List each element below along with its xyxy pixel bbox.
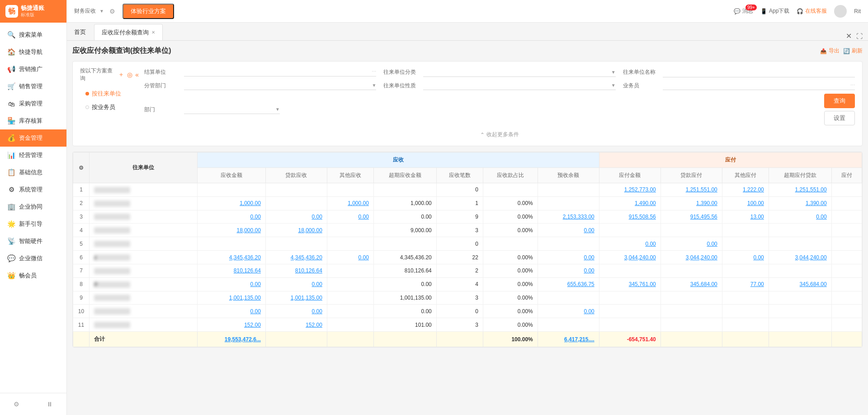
table-cell[interactable]: 0.00 (722, 251, 769, 264)
table-cell[interactable]: 100.00 (722, 196, 769, 210)
settings-gear-icon[interactable]: ⚙ (109, 8, 115, 15)
table-cell[interactable]: 0.00 (197, 277, 265, 291)
table-cell[interactable]: 1,001,135.00 (197, 291, 265, 305)
query-button[interactable]: 查询 (824, 94, 855, 108)
footer-receivable-amount[interactable]: 19,553,472,6... (197, 332, 265, 347)
settings-bottom-icon[interactable]: ⚙ (11, 398, 22, 410)
tab-query[interactable]: 应收应付余额查询 ✕ (94, 24, 163, 40)
table-cell[interactable]: 0.00 (327, 210, 373, 224)
table-cell[interactable]: 0.00 (769, 210, 831, 224)
sidebar-item-wechat[interactable]: 💬 企业微信 (0, 250, 66, 267)
table-cell[interactable]: 152.00 (265, 318, 327, 332)
promo-button[interactable]: 体验行业方案 (123, 4, 174, 19)
table-cell[interactable]: 4,345,436.20 (265, 251, 327, 264)
sidebar-item-sales[interactable]: 🛒 销售管理 (0, 78, 66, 95)
table-cell[interactable]: 3,044,240.00 (769, 251, 831, 264)
table-cell[interactable]: 3,044,240.00 (599, 251, 660, 264)
table-cell[interactable]: 1,000.00 (327, 196, 373, 210)
table-cell[interactable]: 152.00 (197, 318, 265, 332)
table-cell[interactable]: 1,251,551.00 (769, 183, 831, 197)
user-avatar[interactable] (834, 5, 847, 18)
table-cell[interactable]: 810,126.64 (197, 264, 265, 277)
sidebar-item-enterprise[interactable]: 🏢 企业协同 (0, 198, 66, 215)
username-label[interactable]: Rit (854, 8, 861, 14)
table-cell[interactable]: 2,153,333.00 (538, 210, 599, 224)
table-cell[interactable]: 1,222.00 (722, 183, 769, 197)
sidebar-item-system[interactable]: ⚙ 系统管理 (0, 181, 66, 198)
tab-home[interactable]: 首页 (67, 24, 93, 40)
table-cell (831, 305, 862, 318)
table-cell[interactable]: 345,761.00 (599, 277, 660, 291)
table-cell[interactable]: 18,000.00 (197, 224, 265, 237)
sidebar-item-search[interactable]: 🔍 搜索菜单 (0, 26, 66, 43)
table-cell[interactable]: 915,495.56 (660, 210, 722, 224)
online-service-button[interactable]: 🎧 在线客服 (797, 7, 827, 15)
table-cell[interactable]: 0.00 (197, 305, 265, 318)
unit-category-select[interactable]: ▼ (423, 68, 615, 77)
unit-nature-select[interactable]: ▼ (423, 81, 615, 90)
table-cell[interactable]: 77.00 (722, 277, 769, 291)
sidebar-item-hardware[interactable]: 📡 智能硬件 (0, 233, 66, 250)
tab-maximize-icon[interactable]: ⛶ (856, 33, 863, 40)
sidebar-item-operation[interactable]: 📊 经营管理 (0, 147, 66, 164)
dept2-select[interactable]: ▼ (184, 105, 280, 114)
table-cell[interactable]: 0.00 (538, 264, 599, 277)
table-cell[interactable]: 0.00 (599, 237, 660, 251)
table-cell[interactable]: 655,636.75 (538, 277, 599, 291)
table-cell[interactable]: 0.00 (197, 210, 265, 224)
table-cell[interactable]: 345,684.00 (660, 277, 722, 291)
table-cell[interactable]: 0.00 (265, 305, 327, 318)
table-cell[interactable]: 3,044,240.00 (660, 251, 722, 264)
breadcrumb-dropdown-icon[interactable]: ▼ (99, 9, 104, 14)
table-cell[interactable]: 0.00 (538, 251, 599, 264)
table-cell[interactable]: 0.00 (327, 251, 373, 264)
table-cell[interactable]: 1,490.00 (599, 196, 660, 210)
nav-by-partner[interactable]: 按往来单位 (80, 87, 139, 100)
gear-settings-icon[interactable]: ⚙ (79, 165, 84, 171)
table-cell[interactable]: 1,390.00 (660, 196, 722, 210)
collapse-sidebar-icon[interactable]: ⏸ (44, 398, 56, 410)
table-cell[interactable]: 345,684.00 (769, 277, 831, 291)
app-download-button[interactable]: 📱 App下载 (760, 7, 789, 15)
table-cell[interactable]: 13.00 (722, 210, 769, 224)
table-cell[interactable]: 0.00 (660, 237, 722, 251)
table-cell[interactable]: 1,251,551.00 (660, 183, 722, 197)
nav-by-salesman[interactable]: 按业务员 (80, 100, 139, 114)
sidebar-item-base[interactable]: 📋 基础信息 (0, 164, 66, 181)
table-cell[interactable]: 0.00 (265, 210, 327, 224)
refresh-button[interactable]: 🔄 刷新 (843, 47, 863, 55)
collapse-more-button[interactable]: ⌃ 收起更多条件 (144, 129, 855, 140)
message-button[interactable]: 💬 消息 99+ (734, 7, 753, 15)
table-cell[interactable]: 18,000.00 (265, 224, 327, 237)
dept-select[interactable]: ▼ (184, 81, 376, 90)
table-cell[interactable]: 0.00 (538, 305, 599, 318)
table-cell[interactable]: 1,000.00 (197, 196, 265, 210)
table-cell[interactable]: 1,001,135.00 (265, 291, 327, 305)
table-cell[interactable]: 915,508.56 (599, 210, 660, 224)
sidebar-item-inventory[interactable]: 🏪 库存核算 (0, 112, 66, 129)
settlement-unit-picker-icon[interactable]: ··· (372, 68, 376, 74)
salesman-picker-icon[interactable]: ··· (850, 81, 855, 88)
table-cell[interactable]: 1,390.00 (769, 196, 831, 210)
table-cell[interactable]: 0.00 (538, 224, 599, 237)
footer-advance-balance[interactable]: 6,417,215.... (538, 332, 599, 347)
unit-name-input[interactable] (663, 67, 855, 77)
table-cell[interactable]: 810,126.64 (265, 264, 327, 277)
sidebar-item-marketing[interactable]: 📢 营销推广 (0, 61, 66, 78)
table-cell[interactable]: 1,252,773.00 (599, 183, 660, 197)
collapse-scheme-icon[interactable]: « (135, 71, 139, 78)
sidebar-item-purchase[interactable]: 🛍 采购管理 (0, 95, 66, 112)
sidebar-item-finance[interactable]: 💰 资金管理 (0, 129, 66, 147)
table-cell[interactable]: 0.00 (265, 277, 327, 291)
settings-scheme-icon[interactable]: ◎ (127, 71, 132, 78)
setting-button[interactable]: 设置 (824, 111, 855, 125)
tab-close-icon[interactable]: ✕ (151, 30, 155, 35)
col-gear[interactable]: ⚙ (73, 153, 90, 183)
sidebar-item-quick[interactable]: 🏠 快捷导航 (0, 43, 66, 61)
table-cell[interactable]: 4,345,436.20 (197, 251, 265, 264)
tab-close-window-icon[interactable]: ✕ (846, 32, 852, 40)
sidebar-item-guide[interactable]: 🌟 新手引导 (0, 215, 66, 233)
export-button[interactable]: 📤 导出 (820, 47, 840, 55)
sidebar-item-member[interactable]: 👑 畅会员 (0, 267, 66, 284)
add-scheme-icon[interactable]: ＋ (118, 71, 124, 79)
